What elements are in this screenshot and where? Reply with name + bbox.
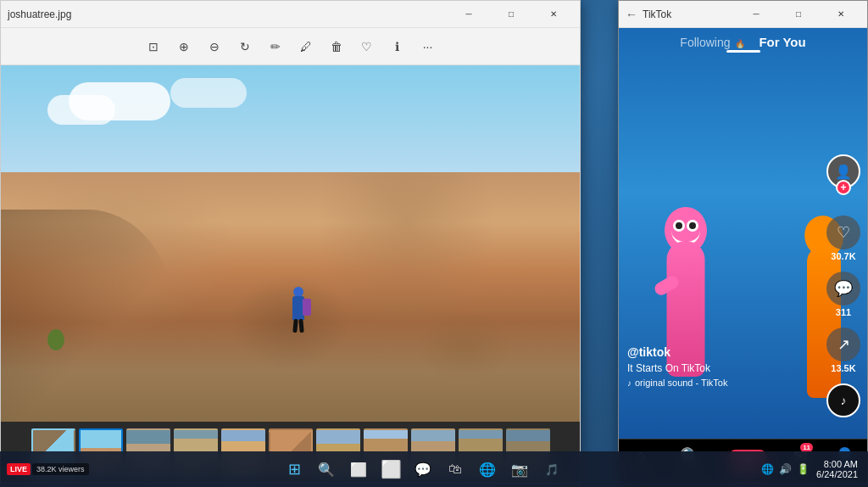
tiktok-music-info: ♪ original sound - TikTok <box>627 378 816 388</box>
back-button[interactable]: ← <box>626 8 637 21</box>
following-tab[interactable]: Following 🔥 <box>680 36 745 49</box>
comment-icon: 💬 <box>826 271 860 305</box>
tiktok-disc-icon: ♪ <box>826 383 860 417</box>
taskbar-left: LIVE 38.2K viewers <box>0 463 96 475</box>
hiker <box>291 294 306 333</box>
profile-icon: 👤 <box>835 164 852 180</box>
info-button[interactable]: ℹ <box>384 33 411 60</box>
cactus <box>47 329 64 350</box>
favorite-button[interactable]: ♡ <box>353 33 381 60</box>
profile-button[interactable]: 👤 + <box>826 154 860 188</box>
taskbar-photos-button[interactable]: 📷 <box>506 456 533 483</box>
cloud-2 <box>47 95 115 125</box>
active-tab-indicator <box>726 50 760 53</box>
share-button[interactable]: ↗ 13.5K <box>826 327 860 373</box>
task-view-button[interactable]: ⬜ <box>345 456 372 483</box>
music-disc-button[interactable]: ♪ <box>826 383 860 417</box>
for-you-tab[interactable]: For You <box>759 35 805 49</box>
hiker-legs <box>292 319 304 333</box>
minimize-button[interactable]: ─ <box>449 2 488 27</box>
tiktok-maximize-button[interactable]: □ <box>779 2 818 27</box>
tiktok-titlebar-left: ← TikTok <box>626 8 671 21</box>
tiktok-top-nav: Following 🔥 For You <box>619 35 867 49</box>
comment-count: 311 <box>836 307 851 317</box>
dancer-arm <box>653 274 681 298</box>
taskbar-browser-button[interactable]: 🌐 <box>474 456 501 483</box>
live-badge: LIVE <box>7 463 31 475</box>
search-taskbar-button[interactable]: 🔍 <box>313 456 340 483</box>
hiker-backpack <box>303 299 311 316</box>
tiktok-video-info: @tiktok It Starts On TikTok ♪ original s… <box>627 345 816 388</box>
tiktok-window-controls: ─ □ ✕ <box>737 2 860 27</box>
taskbar-store-button[interactable]: 🛍 <box>442 456 469 483</box>
photo-viewer-window: joshuatree.jpg ─ □ ✕ ⊡ ⊕ ⊖ ↻ ✏ 🖊 🗑 ♡ ℹ ·… <box>0 0 581 484</box>
share-count: 13.5K <box>831 363 855 373</box>
battery-icon[interactable]: 🔋 <box>797 463 810 475</box>
joshua-tree-photo <box>1 65 580 422</box>
photo-window-title: joshuatree.jpg <box>8 8 71 20</box>
window-controls: ─ □ ✕ <box>449 2 573 27</box>
clock-time: 8:00 AM <box>816 459 858 469</box>
tiktok-minimize-button[interactable]: ─ <box>737 2 776 27</box>
cloud-3 <box>170 78 247 108</box>
more-button[interactable]: ··· <box>415 33 442 60</box>
taskbar-widgets-button[interactable]: ⬜ <box>377 456 404 483</box>
tiktok-window-title: TikTok <box>643 8 671 20</box>
tiktok-titlebar: ← TikTok ─ □ ✕ <box>619 1 867 28</box>
follow-plus-button[interactable]: + <box>836 180 851 195</box>
taskbar-chat-button[interactable]: 💬 <box>409 456 437 483</box>
share-icon: ↗ <box>826 327 860 361</box>
zoom-in-button[interactable]: ⊕ <box>170 33 198 60</box>
photo-toolbar: ⊡ ⊕ ⊖ ↻ ✏ 🖊 🗑 ♡ ℹ ··· <box>1 28 580 65</box>
taskbar-right: 🌐 🔊 🔋 8:00 AM 6/24/2021 <box>751 459 868 479</box>
hiker-leg-right <box>298 319 303 333</box>
tiktok-close-button[interactable]: ✕ <box>821 2 860 27</box>
start-button[interactable]: ⊞ <box>281 456 308 483</box>
close-button[interactable]: ✕ <box>534 2 573 27</box>
tiktok-username: @tiktok <box>627 345 816 359</box>
photo-titlebar: joshuatree.jpg ─ □ ✕ <box>1 1 580 28</box>
music-note-icon: ♪ <box>627 378 632 388</box>
zoom-fit-button[interactable]: ⊡ <box>140 33 167 60</box>
clock-date: 6/24/2021 <box>816 469 858 479</box>
windows-taskbar: LIVE 38.2K viewers ⊞ 🔍 ⬜ ⬜ 💬 🛍 🌐 📷 🎵 🌐 🔊… <box>0 451 868 487</box>
taskbar-tiktok-button[interactable]: 🎵 <box>538 456 565 483</box>
taskbar-center: ⊞ 🔍 ⬜ ⬜ 💬 🛍 🌐 📷 🎵 <box>96 456 752 483</box>
hiker-leg-left <box>292 319 298 333</box>
tiktok-description: It Starts On TikTok <box>627 362 816 374</box>
tiktok-video-content[interactable]: Following 🔥 For You 👤 + ♡ 30.7K 💬 <box>619 28 867 439</box>
heart-icon: ♡ <box>826 216 860 249</box>
music-text: original sound - TikTok <box>635 378 727 388</box>
system-clock[interactable]: 8:00 AM 6/24/2021 <box>816 459 858 479</box>
zoom-out-button[interactable]: ⊖ <box>201 33 228 60</box>
comment-button[interactable]: 💬 311 <box>826 271 860 317</box>
network-icon[interactable]: 🌐 <box>761 463 774 475</box>
system-tray: 🌐 🔊 🔋 <box>761 463 810 475</box>
like-button[interactable]: ♡ 30.7K <box>826 216 860 261</box>
photo-main-area <box>1 65 580 422</box>
rock-shadow <box>1 210 175 422</box>
delete-button[interactable]: 🗑 <box>323 33 350 60</box>
like-count: 30.7K <box>831 251 855 261</box>
edit-button[interactable]: ✏ <box>262 33 289 60</box>
volume-icon[interactable]: 🔊 <box>779 463 792 475</box>
tiktok-action-buttons: 👤 + ♡ 30.7K 💬 311 ↗ 13.5K ♪ <box>826 154 860 417</box>
tiktok-window: ← TikTok ─ □ ✕ <box>618 0 868 484</box>
fire-emoji: 🔥 <box>735 39 745 48</box>
dancer-pupil-right <box>689 222 696 229</box>
dancer-pupil-left <box>676 222 682 229</box>
viewer-count: 38.2K viewers <box>32 463 89 475</box>
maximize-button[interactable]: □ <box>492 2 531 27</box>
inbox-badge: 11 <box>800 443 813 452</box>
rotate-button[interactable]: ↻ <box>231 33 259 60</box>
pencil-button[interactable]: 🖊 <box>292 33 320 60</box>
